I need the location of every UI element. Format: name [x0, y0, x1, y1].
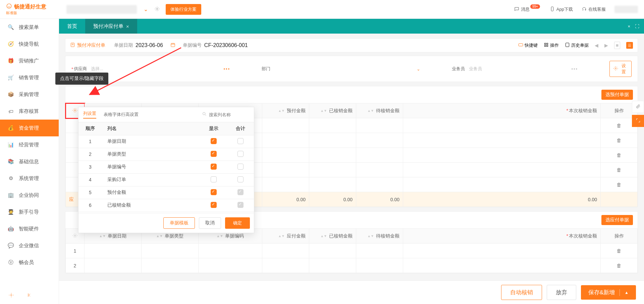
delete-row-icon[interactable]: 🗑: [616, 263, 622, 268]
cancel-button[interactable]: 取消: [199, 217, 221, 229]
doc-date-value[interactable]: 2023-06-06: [136, 42, 163, 48]
messages-link[interactable]: 消息 99+: [514, 6, 541, 12]
sidebar-item-12[interactable]: 🤖智能硬件: [0, 220, 59, 237]
gear-tooltip: 点击可显示/隐藏字段: [55, 73, 108, 85]
nav-icon: 📊: [7, 141, 14, 148]
select-prepay-button[interactable]: 选预付单据: [601, 90, 633, 100]
popup-row: 6已核销金额: [78, 199, 254, 212]
popup-order: 1: [78, 135, 102, 148]
sum-checkbox[interactable]: [237, 151, 244, 157]
org-caret-icon[interactable]: ⌄: [144, 6, 148, 12]
show-checkbox[interactable]: [211, 176, 217, 182]
sidebar-item-13[interactable]: 💬企业微信: [0, 237, 59, 254]
show-checkbox[interactable]: [211, 189, 217, 195]
svg-rect-2: [551, 7, 553, 11]
sidebar-item-9[interactable]: ⚙系统管理: [0, 170, 59, 187]
sidebar-item-14[interactable]: Ⓥ畅会员: [0, 254, 59, 271]
show-checkbox[interactable]: [211, 138, 217, 144]
calendar-icon[interactable]: [170, 42, 175, 48]
sum-checkbox[interactable]: [237, 176, 244, 182]
col-prepay[interactable]: ▲▼预付金额: [262, 103, 309, 118]
nav-label: 采购管理: [19, 91, 39, 98]
popup-search-input[interactable]: [209, 112, 249, 117]
sidebar-item-6[interactable]: 💰资金管理: [0, 120, 59, 136]
delete-row-icon[interactable]: 🗑: [616, 137, 622, 143]
auto-verify-button[interactable]: 自动核销: [501, 285, 542, 300]
shortcut-button[interactable]: 快捷键: [518, 42, 538, 48]
sidebar-item-3[interactable]: 🛒销售管理: [0, 69, 59, 86]
attachment-icon[interactable]: [632, 101, 644, 113]
doc-date-label: 单据日期: [114, 42, 133, 48]
operate-button[interactable]: 操作: [544, 42, 559, 48]
popup-tab-columns[interactable]: 列设置: [83, 111, 96, 119]
doc-header-actions: 快捷键 操作 历史单据 ◀ ▶ ≡ ☰: [518, 42, 633, 49]
sidebar-item-2[interactable]: 🎁营销推广: [0, 52, 59, 69]
sidebar-item-11[interactable]: 🧑‍🎓新手引导: [0, 204, 59, 220]
history-button[interactable]: 历史单据: [565, 42, 589, 48]
biz-more-icon[interactable]: •••: [571, 67, 578, 72]
col2-verified[interactable]: ▲▼已核销金额: [309, 229, 356, 244]
popup-col-name: 采购订单: [102, 173, 200, 186]
col-verified[interactable]: ▲▼已核销金额: [309, 103, 356, 118]
payable-table: ▲▼单据日期 ▲▼单据类型 ▲▼单据编码 ▲▼应付金额 ▲▼已核销金额 ▲▼待核…: [65, 228, 638, 273]
sidebar-item-0[interactable]: 🔍搜索菜单: [0, 19, 59, 36]
view-list-icon[interactable]: ≡: [614, 42, 620, 49]
expand-icon[interactable]: [632, 115, 644, 127]
dept-chevron-icon[interactable]: ⌄: [417, 67, 420, 72]
app-download-link[interactable]: App下载: [550, 6, 573, 12]
field-settings-button[interactable]: 设置: [609, 61, 632, 77]
sidebar-item-7[interactable]: 📊经营管理: [0, 136, 59, 153]
footer-collapse-icon[interactable]: [27, 293, 32, 299]
sum-checkbox[interactable]: [237, 164, 244, 170]
delete-row-icon[interactable]: 🗑: [616, 167, 622, 173]
nav-icon: 📚: [7, 158, 14, 165]
delete-row-icon[interactable]: 🗑: [616, 182, 622, 187]
show-checkbox[interactable]: [211, 164, 217, 170]
tab-close-icon[interactable]: ×: [126, 24, 129, 29]
tab-fullscreen-icon[interactable]: ⛶: [635, 24, 639, 29]
col2-pending[interactable]: ▲▼待核销金额: [356, 229, 403, 244]
doc-template-button[interactable]: 单据模板: [163, 217, 195, 229]
sidebar-item-5[interactable]: 🏷库存核算: [0, 103, 59, 120]
experience-industry-button[interactable]: 体验行业方案: [166, 4, 201, 15]
delete-row-icon[interactable]: 🗑: [616, 152, 622, 158]
svg-point-12: [615, 68, 616, 69]
delete-row-icon[interactable]: 🗑: [616, 248, 622, 254]
nav-label: 新手引导: [19, 209, 39, 215]
col2-payable[interactable]: ▲▼应付金额: [262, 229, 309, 244]
show-checkbox[interactable]: [211, 202, 217, 208]
sidebar-item-1[interactable]: 🧭快捷导航: [0, 36, 59, 52]
sidebar-item-8[interactable]: 📚基础信息: [0, 153, 59, 170]
sidebar-item-10[interactable]: 🏢企业协同: [0, 187, 59, 204]
view-card-icon[interactable]: ☰: [626, 42, 633, 49]
popup-tab-font[interactable]: 表格字体行高设置: [104, 112, 139, 118]
supplier-select[interactable]: 选择...: [91, 66, 158, 72]
delete-row-icon[interactable]: 🗑: [616, 123, 622, 128]
sum-checkbox[interactable]: [237, 138, 244, 144]
svg-point-13: [74, 110, 76, 111]
support-link[interactable]: 在线客服: [582, 6, 606, 12]
discard-button[interactable]: 放弃: [547, 285, 576, 300]
top-gear-icon[interactable]: [155, 6, 160, 12]
col2-this[interactable]: *本次核销金额: [403, 229, 601, 244]
popup-row: 5预付金额: [78, 186, 254, 199]
confirm-button[interactable]: 确定: [225, 217, 250, 229]
nav-label: 系统管理: [19, 175, 39, 182]
nav-icon: Ⓥ: [7, 259, 14, 266]
supplier-more-icon[interactable]: •••: [224, 67, 230, 72]
prev-doc-icon[interactable]: ◀: [595, 43, 598, 48]
next-doc-icon[interactable]: ▶: [604, 43, 608, 48]
tab-document[interactable]: 预付冲应付单 ×: [85, 19, 137, 34]
show-checkbox[interactable]: [211, 151, 217, 157]
select-payable-button[interactable]: 选应付单据: [601, 215, 633, 225]
sidebar-item-4[interactable]: 📦采购管理: [0, 86, 59, 103]
app-bar: 畅捷通好生意 标准版 ⌄ 体验行业方案 消息 99+ App下载 在线客服: [0, 0, 644, 19]
col-this[interactable]: *本次核销金额: [403, 103, 601, 118]
message-icon: [514, 6, 519, 12]
biz-input[interactable]: 业务员: [469, 66, 536, 72]
col-pending[interactable]: ▲▼待核销金额: [356, 103, 403, 118]
tab-home[interactable]: 首页: [59, 19, 85, 34]
save-and-new-button[interactable]: 保存&新增 ▲: [581, 285, 636, 300]
tab-close-all-icon[interactable]: ×: [628, 24, 630, 29]
footer-gear-icon[interactable]: [9, 293, 14, 299]
